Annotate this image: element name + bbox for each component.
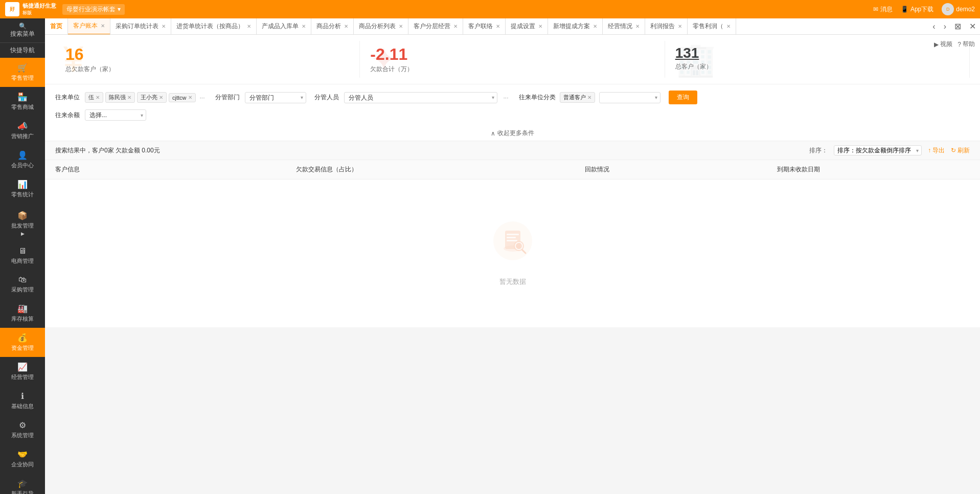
stat-debt: ✦ -2.11 欠款合计（万）: [360, 41, 665, 78]
logo-icon: 好: [5, 2, 19, 16]
stat-total-customers: ¥ 16 总欠款客户（家）: [55, 41, 360, 78]
operations-icon: 📈: [17, 362, 28, 372]
tab-close-new-plan[interactable]: ✕: [593, 24, 597, 29]
sidebar-item-retail-mall[interactable]: 🏪 零售商城: [0, 87, 45, 116]
person-select-wrapper: 分管人员: [344, 92, 497, 103]
empty-text: 暂无数据: [499, 277, 526, 286]
refresh-btn[interactable]: ↻ 刷新: [951, 146, 970, 155]
tab-close-customer-contact[interactable]: ✕: [496, 24, 500, 29]
filter-more-dots[interactable]: ···: [198, 94, 207, 101]
sidebar-item-operations[interactable]: 📈 经营管理: [0, 357, 45, 386]
tab-customer-segment[interactable]: 客户分层经营 ✕: [408, 18, 463, 35]
sidebar-item-system[interactable]: ⚙ 系统管理: [0, 415, 45, 444]
message-icon: ✉: [873, 6, 878, 13]
main-content: ¥ 16 总欠款客户（家） ✦ -2.11 欠款合计（万） 🏢 131: [45, 35, 980, 494]
message-btn[interactable]: ✉ 消息: [873, 5, 893, 14]
marketing-icon: 📣: [17, 121, 28, 131]
sort-select[interactable]: 排序：按欠款金额倒序排序: [834, 145, 922, 155]
sidebar-item-ecommerce[interactable]: 🖥 电商管理: [0, 241, 45, 270]
search-actions: 排序： 排序：按欠款金额倒序排序 ↑ 导出 ↻: [809, 145, 970, 155]
tag-wang: 王小亮 ✕: [137, 92, 167, 103]
help-btn[interactable]: ? 帮助: [958, 40, 975, 49]
tab-new-plan[interactable]: 新增提成方案 ✕: [548, 18, 603, 35]
tab-business-status[interactable]: 经营情况 ✕: [603, 18, 645, 35]
person-more[interactable]: ···: [502, 94, 511, 101]
table-header: 客户信息 欠款交易信息（占比） 回款情况 到期未收款日期: [45, 160, 980, 179]
dept-label: 分管部门: [215, 93, 241, 102]
tab-close-promotion-settings[interactable]: ✕: [538, 24, 542, 29]
unit-label: 往来单位: [55, 93, 81, 102]
tab-close-incoming-stats[interactable]: ✕: [247, 24, 251, 29]
sidebar-item-wholesale[interactable]: 📦 批发管理 ▶: [0, 206, 45, 241]
tab-purchase-orders[interactable]: 采购订单统计表 ✕: [110, 18, 171, 35]
tab-close-retail-profit[interactable]: ✕: [726, 24, 731, 29]
tab-close-product-analysis-list[interactable]: ✕: [399, 24, 403, 29]
amount-select[interactable]: 选择...: [85, 109, 146, 121]
tab-close-business-status[interactable]: ✕: [635, 24, 640, 29]
svg-rect-4: [507, 237, 516, 238]
export-btn[interactable]: ↑ 导出: [928, 146, 945, 155]
purchase-icon: 🛍: [18, 275, 27, 284]
tab-maximize[interactable]: ⊠: [950, 21, 965, 31]
sidebar-item-inventory[interactable]: 🏭 库存核算: [0, 299, 45, 328]
sidebar-item-member[interactable]: 👤 会员中心: [0, 145, 45, 174]
tab-profit-report[interactable]: 利润报告 ✕: [645, 18, 688, 35]
sidebar-item-marketing[interactable]: 📣 营销推广: [0, 116, 45, 145]
sidebar-item-enterprise-coop[interactable]: 🤝 企业协同: [0, 444, 45, 474]
tab-customer-contact[interactable]: 客户联络 ✕: [463, 18, 506, 35]
unit-type-select[interactable]: [599, 92, 660, 103]
person-label: 分管人员: [314, 93, 340, 102]
empty-icon: [492, 220, 533, 271]
tab-close-all[interactable]: ✕: [965, 21, 980, 31]
quick-nav[interactable]: 快捷导航: [0, 43, 45, 58]
tab-product-analysis-list[interactable]: 商品分析列表 ✕: [354, 18, 408, 35]
stats-icon: 📊: [17, 179, 28, 189]
dept-select[interactable]: 分管部门: [245, 92, 306, 103]
sidebar-item-purchase[interactable]: 🛍 采购管理: [0, 270, 45, 299]
sidebar-item-retail[interactable]: 🛒 零售管理: [0, 58, 45, 87]
tab-promotion-settings[interactable]: 提成设置 ✕: [506, 18, 548, 35]
tab-close-purchase-orders[interactable]: ✕: [162, 24, 166, 29]
selector-wrapper[interactable]: 母婴行业演示帐套 ▾: [62, 4, 125, 15]
video-btn[interactable]: ▶ 视频: [934, 40, 952, 49]
tab-product-analysis[interactable]: 商品分析 ✕: [311, 18, 354, 35]
sidebar-item-finance[interactable]: 💰 资金管理: [0, 328, 45, 357]
remove-unit-type[interactable]: ✕: [587, 95, 591, 100]
dept-select-wrapper: 分管部门: [245, 92, 306, 103]
top-bar: 好 畅捷通好生意 标版 母婴行业演示帐套 ▾ ✉ 消息 📱 App下载: [0, 0, 980, 18]
sidebar-item-new-guide[interactable]: 🎓 新手引导: [0, 474, 45, 494]
search-menu[interactable]: 🔍 搜索菜单: [0, 18, 45, 43]
tab-close-profit-report[interactable]: ✕: [678, 24, 682, 29]
tab-close-customer-segment[interactable]: ✕: [453, 24, 458, 29]
collapse-btn[interactable]: ∧ 收起更多条件: [55, 126, 970, 141]
avatar: D: [942, 3, 954, 15]
tab-close-product-analysis[interactable]: ✕: [344, 24, 348, 29]
sidebar-item-retail-stats[interactable]: 📊 零售统计: [0, 174, 45, 204]
info-icon: ℹ: [21, 391, 24, 401]
tab-incoming-stats[interactable]: 进货单统计表（按商品） ✕: [171, 18, 257, 35]
remove-tag-wang[interactable]: ✕: [159, 95, 163, 100]
tab-customers[interactable]: 客户账本 ✕: [68, 18, 110, 35]
tab-scroll-left[interactable]: ‹: [928, 22, 939, 31]
account-selector[interactable]: 母婴行业演示帐套 ▾: [62, 4, 125, 15]
remove-tag-wu[interactable]: ✕: [96, 95, 100, 100]
logo-sub: 标版: [22, 10, 56, 16]
query-btn[interactable]: 查询: [669, 91, 697, 104]
app-download-btn[interactable]: 📱 App下载: [901, 5, 933, 14]
member-icon: 👤: [17, 150, 28, 160]
tab-close-product-entry[interactable]: ✕: [302, 24, 306, 29]
tab-scroll-right[interactable]: ›: [940, 22, 950, 31]
sort-label: 排序：: [809, 146, 828, 155]
chevron-down-icon: ▾: [118, 6, 121, 13]
remove-tag-cjttcw[interactable]: ✕: [188, 95, 192, 100]
remove-tag-chen[interactable]: ✕: [127, 95, 131, 100]
tag-normal-customer: 普通客户 ✕: [560, 92, 595, 103]
sidebar-item-basic-info[interactable]: ℹ 基础信息: [0, 386, 45, 415]
data-table: 客户信息 欠款交易信息（占比） 回款情况 到期未收款日期: [45, 160, 980, 327]
tab-close-customers[interactable]: ✕: [101, 23, 105, 29]
tab-retail-profit[interactable]: 零售利润（ ✕: [688, 18, 736, 35]
tab-product-entry[interactable]: 产成品入库单 ✕: [257, 18, 311, 35]
person-select[interactable]: 分管人员: [344, 92, 497, 103]
tab-home[interactable]: 首页: [45, 18, 68, 35]
user-menu[interactable]: D demo2: [942, 3, 975, 15]
